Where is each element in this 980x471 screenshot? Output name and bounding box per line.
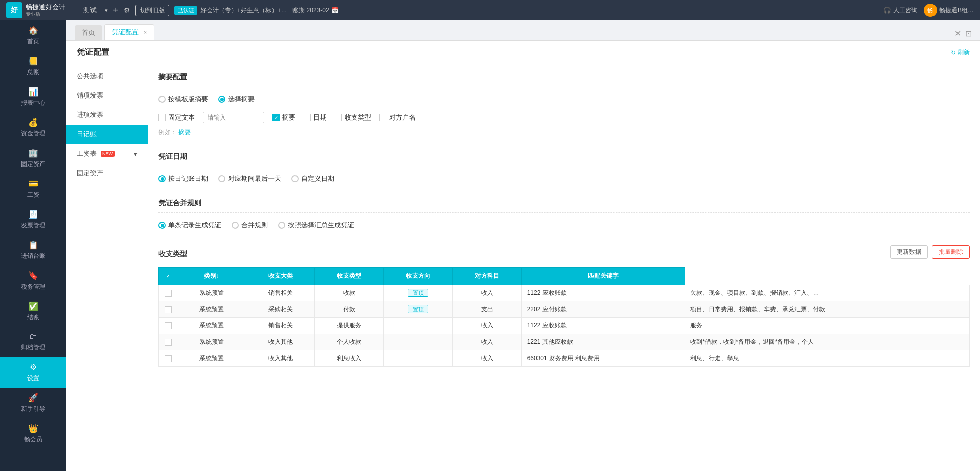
checkbox-date[interactable]: 日期 xyxy=(304,113,327,122)
logo-text: 畅捷通好会计 专业版 xyxy=(26,3,65,17)
row-checkbox-1[interactable] xyxy=(165,290,172,297)
settings-icon: ⚙ xyxy=(30,362,37,372)
table-row: 系统预置 收入其他 个人收款 收入 1221 其他应收款 收到*借款，收到*备用… xyxy=(159,334,970,350)
content-area: 首页 凭证配置 × ✕ ⊡ 凭证配置 ↻ 刷新 xyxy=(66,20,980,471)
radio-merge-rule[interactable]: 合并规则 xyxy=(232,221,268,230)
user-menu[interactable]: 畅 畅捷通B组… xyxy=(924,4,974,17)
dropdown-icon[interactable]: ▾ xyxy=(105,7,108,14)
product-badges: 好会计（专）+好生意（标）+… xyxy=(200,6,287,15)
assets-icon: 🏢 xyxy=(28,148,38,158)
funds-icon: 💰 xyxy=(28,117,38,127)
help-button[interactable]: 🎧 人工咨询 xyxy=(883,6,918,15)
window-minimize-button[interactable]: ✕ xyxy=(954,29,961,38)
new-badge: NEW xyxy=(101,151,115,157)
sidebar-item-settings[interactable]: ⚙ 设置 xyxy=(0,357,66,388)
close-books-icon: ✅ xyxy=(28,301,38,311)
row-checkbox-4[interactable] xyxy=(165,339,172,346)
refresh-icon: ↻ xyxy=(951,49,956,56)
row-checkbox-5[interactable] xyxy=(165,355,172,362)
sidebar-item-reports[interactable]: 📊 报表中心 xyxy=(0,82,66,112)
income-expense-section: 收支类型 更新数据 批量删除 ✓ xyxy=(158,245,970,367)
sidebar-item-close[interactable]: ✅ 结账 xyxy=(0,296,66,327)
radio-circle-template xyxy=(158,96,166,103)
sidebar-item-invoices[interactable]: 🧾 发票管理 xyxy=(0,204,66,235)
tab-voucher-config[interactable]: 凭证配置 × xyxy=(104,24,154,40)
sidebar-item-assets[interactable]: 🏢 固定资产 xyxy=(0,143,66,174)
radio-template-summary[interactable]: 按模板版摘要 xyxy=(158,95,208,104)
sidebar-item-funds[interactable]: 💰 资金管理 xyxy=(0,112,66,143)
left-menu-purchase-invoice[interactable]: 进项发票 xyxy=(66,105,148,125)
gear-icon[interactable]: ⚙ xyxy=(124,6,130,14)
checkbox-income-type[interactable]: 收支类型 xyxy=(335,113,371,122)
checkbox-box-fixed xyxy=(158,114,166,121)
invoices-icon: 🧾 xyxy=(28,209,38,219)
summary-radio-group: 按模板版摘要 选择摘要 xyxy=(158,95,970,104)
radio-single-record[interactable]: 单条记录生成凭证 xyxy=(158,221,221,230)
top-tag-1[interactable]: 置顶 xyxy=(408,289,428,297)
left-menu-fixed-assets[interactable]: 固定资产 xyxy=(66,163,148,183)
radio-circle-single xyxy=(158,222,166,229)
top-tab-test[interactable]: 测试 xyxy=(80,6,100,15)
tax-icon: 🔖 xyxy=(28,271,38,280)
col-category[interactable]: 类别↓ xyxy=(177,268,246,285)
checkbox-box-income xyxy=(335,114,342,121)
archive-icon: 🗂 xyxy=(29,332,37,341)
tab-close-icon[interactable]: × xyxy=(144,29,147,35)
purchase-icon: 📋 xyxy=(28,240,38,250)
checkbox-summary[interactable]: ✓ 摘要 xyxy=(272,113,295,122)
refresh-button[interactable]: ↻ 刷新 xyxy=(951,48,970,57)
radio-circle-aggregate xyxy=(278,222,285,229)
update-data-button[interactable]: 更新数据 xyxy=(890,245,928,259)
row-checkbox-3[interactable] xyxy=(165,322,172,329)
period: 账期 2023-02 📅 xyxy=(292,6,339,15)
radio-custom-date[interactable]: 自定义日期 xyxy=(291,174,334,183)
radio-period-last[interactable]: 对应期间最后一天 xyxy=(218,174,281,183)
sidebar-item-member[interactable]: 👑 畅会员 xyxy=(0,418,66,449)
calendar-icon[interactable]: 📅 xyxy=(331,7,339,14)
sidebar-item-purchase-sales[interactable]: 📋 进销台账 xyxy=(0,235,66,266)
left-menu-sales-invoice[interactable]: 销项发票 xyxy=(66,86,148,105)
radio-select-summary[interactable]: 选择摘要 xyxy=(218,95,255,104)
window-maximize-button[interactable]: ⊡ xyxy=(965,29,972,38)
badges: 已认证 好会计（专）+好生意（标）+… xyxy=(174,6,287,15)
fixed-text-input[interactable] xyxy=(203,112,264,123)
date-radio-group: 按日记账日期 对应期间最后一天 自定义日期 xyxy=(158,174,970,183)
income-expense-table: ✓ 类别↓ 收支大类 收支类型 收支方向 对方科目 匹配关键字 xyxy=(158,267,970,367)
payroll-icon: 💳 xyxy=(28,179,38,189)
logo: 好 畅捷通好会计 专业版 xyxy=(6,2,65,18)
radio-circle-custom xyxy=(291,175,299,182)
switch-version-button[interactable]: 切到旧版 xyxy=(135,5,169,16)
income-expense-title: 收支类型 xyxy=(158,250,187,259)
sidebar-item-home[interactable]: 🏠 首页 xyxy=(0,20,66,51)
logo-icon: 好 xyxy=(6,2,22,18)
headset-icon: 🎧 xyxy=(883,7,891,14)
radio-aggregate[interactable]: 按照选择汇总生成凭证 xyxy=(278,221,354,230)
left-menu-public[interactable]: 公共选项 xyxy=(66,66,148,86)
left-menu-journal[interactable]: 日记账 xyxy=(66,125,148,144)
left-menu-payroll-table[interactable]: 工资表 NEW ▾ xyxy=(66,144,148,163)
radio-circle-select xyxy=(218,96,225,103)
add-icon[interactable]: + xyxy=(113,5,119,16)
certified-badge: 已认证 xyxy=(174,6,197,15)
col-checkbox[interactable]: ✓ xyxy=(159,268,177,285)
checkbox-fixed-text[interactable]: 固定文本 xyxy=(158,113,195,122)
col-direction: 收支方向 xyxy=(384,268,453,285)
tab-home[interactable]: 首页 xyxy=(75,25,102,40)
top-tag-2[interactable]: 置顶 xyxy=(408,305,428,313)
sidebar: 🏠 首页 📒 总账 📊 报表中心 💰 资金管理 🏢 固定资产 💳 工资 🧾 发票… xyxy=(0,20,66,471)
row-checkbox-2[interactable] xyxy=(165,306,172,313)
sidebar-item-archive[interactable]: 🗂 归档管理 xyxy=(0,327,66,357)
sidebar-item-payroll[interactable]: 💳 工资 xyxy=(0,174,66,204)
checkbox-counterparty[interactable]: 对方户名 xyxy=(379,113,416,122)
sidebar-item-ledger[interactable]: 📒 总账 xyxy=(0,51,66,82)
col-keywords: 匹配关键字 xyxy=(521,268,685,285)
radio-journal-date[interactable]: 按日记账日期 xyxy=(158,174,208,183)
merge-title: 凭证合并规则 xyxy=(158,199,970,213)
radio-circle-journal xyxy=(158,175,166,182)
two-panel: 公共选项 销项发票 进项发票 日记账 工资表 NEW xyxy=(66,62,980,392)
sidebar-item-guide[interactable]: 🚀 新手引导 xyxy=(0,388,66,418)
table-row: 系统预置 销售相关 收款 置顶 收入 1122 应收账款 欠款、现金、项目款、到… xyxy=(159,285,970,301)
batch-delete-button[interactable]: 批量删除 xyxy=(932,245,970,259)
sidebar-item-tax[interactable]: 🔖 税务管理 xyxy=(0,266,66,296)
member-icon: 👑 xyxy=(28,423,38,433)
